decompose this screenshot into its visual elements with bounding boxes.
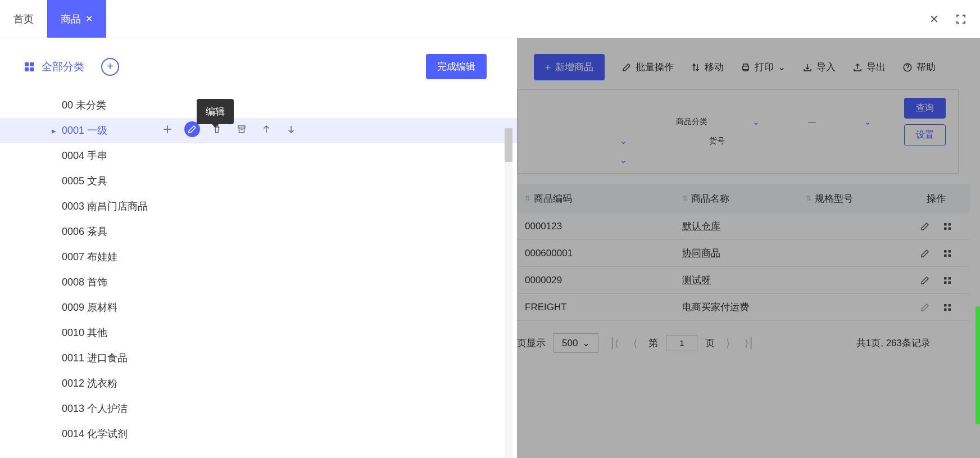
plus-icon: + <box>545 62 551 73</box>
per-page-select[interactable]: 500 ⌄ <box>553 333 598 353</box>
svg-rect-0 <box>25 62 29 66</box>
filter-category-label: 商品分类 <box>676 117 707 127</box>
svg-rect-9 <box>743 66 749 69</box>
page-summary: 共1页, 263条记录 <box>856 337 931 350</box>
product-table: ⇅商品编码 ⇅商品名称 ⇅规格型号 操作 0000123 默认仓库 <box>517 184 970 321</box>
prev-page-icon[interactable]: ⟨ <box>630 337 641 350</box>
dash-separator: — <box>808 117 816 126</box>
svg-rect-21 <box>944 281 947 284</box>
category-item[interactable]: 0014 化学试剂 <box>0 421 517 441</box>
tab-home[interactable]: 首页 <box>0 0 47 38</box>
chevron-down-icon[interactable]: ⌄ <box>752 117 760 127</box>
svg-rect-12 <box>949 223 951 226</box>
svg-rect-6 <box>238 126 245 128</box>
all-categories-label[interactable]: 全部分类 <box>42 60 84 74</box>
add-category-button[interactable]: + <box>101 58 119 76</box>
chevron-down-icon[interactable]: ⌄ <box>620 136 627 146</box>
right-panel: + 新增商品 批量操作 移动 打印 ⌄ 导入 <box>517 38 980 458</box>
move-up-icon[interactable] <box>258 121 274 137</box>
top-right-controls: ✕ <box>922 0 980 38</box>
svg-rect-19 <box>944 277 947 280</box>
settings-button[interactable]: 设置 <box>904 124 946 146</box>
chevron-down-icon[interactable]: ⌄ <box>620 155 627 165</box>
fullscreen-icon[interactable] <box>949 7 973 31</box>
archive-icon[interactable] <box>234 121 249 137</box>
product-name-link[interactable]: 默认仓库 <box>682 220 720 233</box>
sort-icon[interactable]: ⇅ <box>525 194 530 202</box>
category-item[interactable]: 0005 文具 <box>0 169 517 194</box>
per-page-label: 页显示 <box>517 337 546 350</box>
edit-tooltip: 编辑 <box>197 99 234 124</box>
category-item[interactable]: 00 未分类 <box>0 93 517 118</box>
first-page-icon[interactable]: ⎮⟨ <box>606 337 622 350</box>
row-more-icon[interactable] <box>942 302 952 312</box>
category-item[interactable]: 0009 原材料 <box>0 295 517 320</box>
svg-rect-13 <box>944 227 947 230</box>
category-item-label: 0001 一级 <box>62 125 107 136</box>
svg-rect-15 <box>944 250 947 253</box>
chevron-down-icon[interactable]: ⌄ <box>864 117 872 127</box>
next-page-icon[interactable]: ⟩ <box>723 337 733 350</box>
category-item[interactable]: 0010 其他 <box>0 320 517 346</box>
sort-icon[interactable]: ⇅ <box>806 194 811 202</box>
row-edit-icon[interactable] <box>920 221 930 232</box>
scrollbar-thumb[interactable] <box>505 128 512 162</box>
export-button[interactable]: 导出 <box>852 61 886 74</box>
grid-icon <box>24 61 35 72</box>
query-button[interactable]: 查询 <box>904 98 946 119</box>
move-button[interactable]: 移动 <box>691 61 724 74</box>
product-name-link[interactable]: 测试呀 <box>682 274 711 287</box>
page-prefix: 第 <box>648 337 658 350</box>
top-tabs: 首页 商品 ✕ ✕ <box>0 0 980 38</box>
finish-edit-button[interactable]: 完成编辑 <box>426 54 487 79</box>
svg-rect-11 <box>944 223 947 226</box>
print-button[interactable]: 打印 ⌄ <box>741 61 786 74</box>
category-item[interactable]: 0007 布娃娃 <box>0 244 517 270</box>
category-item[interactable]: 0008 首饰 <box>0 270 517 295</box>
svg-rect-23 <box>944 304 947 307</box>
category-item[interactable]: 0004 手串 <box>0 143 517 169</box>
svg-rect-22 <box>949 281 951 284</box>
tab-product-label: 商品 <box>61 12 81 26</box>
new-product-button[interactable]: + 新增商品 <box>534 54 605 80</box>
last-page-icon[interactable]: ⟩⎮ <box>741 337 757 350</box>
product-name-link[interactable]: 协同商品 <box>682 247 720 260</box>
panel-header: 全部分类 + 完成编辑 <box>0 54 517 79</box>
row-more-icon[interactable] <box>942 275 952 285</box>
category-tree: 00 未分类 0001 一级 编辑 <box>0 93 517 441</box>
filter-itemno-label: 货号 <box>709 136 725 146</box>
row-more-icon[interactable] <box>942 221 952 232</box>
page-scrollbar[interactable] <box>976 306 980 424</box>
category-item[interactable]: 0006 茶具 <box>0 219 517 244</box>
import-button[interactable]: 导入 <box>802 61 836 74</box>
svg-rect-2 <box>25 67 29 71</box>
category-item-selected[interactable]: 0001 一级 编辑 <box>0 118 517 143</box>
toolbar: + 新增商品 批量操作 移动 打印 ⌄ 导入 <box>517 46 970 89</box>
row-edit-icon[interactable] <box>920 248 930 259</box>
edit-icon[interactable]: 编辑 <box>184 121 200 137</box>
close-icon[interactable]: ✕ <box>85 13 93 24</box>
table-row: 0000029 测试呀 <box>517 267 970 294</box>
sort-icon[interactable]: ⇅ <box>682 194 688 202</box>
category-item[interactable]: 0011 进口食品 <box>0 346 517 371</box>
category-item[interactable]: 0003 南昌门店商品 <box>0 194 517 219</box>
category-item[interactable]: 0012 洗衣粉 <box>0 371 517 396</box>
row-edit-icon[interactable] <box>920 275 930 285</box>
batch-button[interactable]: 批量操作 <box>621 61 674 74</box>
table-row: 000600001 协同商品 <box>517 240 970 267</box>
product-name-text: 电商买家付运费 <box>682 301 749 314</box>
close-all-icon[interactable]: ✕ <box>922 7 946 31</box>
add-child-icon[interactable] <box>160 121 175 137</box>
row-edit-icon <box>920 302 930 312</box>
help-button[interactable]: 帮助 <box>902 61 936 74</box>
scrollbar[interactable] <box>505 128 512 458</box>
svg-rect-16 <box>949 250 951 253</box>
table-row: 0000123 默认仓库 <box>517 213 970 240</box>
svg-rect-20 <box>949 277 951 280</box>
move-down-icon[interactable] <box>283 121 299 137</box>
chevron-down-icon: ⌄ <box>582 337 590 349</box>
row-more-icon[interactable] <box>942 248 952 259</box>
page-input[interactable] <box>666 335 697 351</box>
category-item[interactable]: 0013 个人护洁 <box>0 396 517 421</box>
tab-product[interactable]: 商品 ✕ <box>47 0 106 38</box>
